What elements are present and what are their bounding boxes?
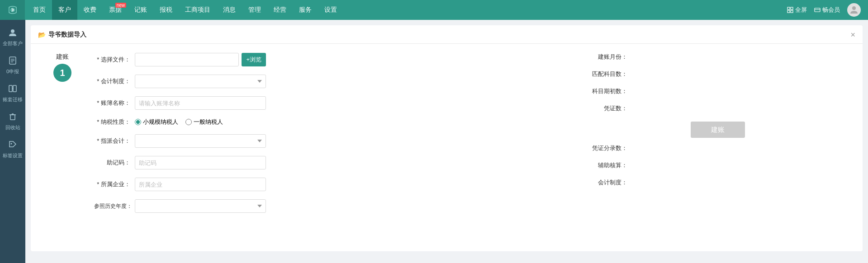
radio-small-tax-input[interactable] [135, 119, 141, 125]
step-section: 建账 1 [44, 53, 81, 82]
build-account-button[interactable]: 建账 [691, 122, 745, 138]
ledger-name-input[interactable] [135, 96, 266, 110]
sidebar-item-zero-report-label: 0申报 [6, 68, 19, 75]
nav-right: 全屏 畅会员 [787, 3, 868, 17]
step-circle: 1 [53, 64, 71, 82]
main-layout: 全部客户 0申报 账套迁移 回收站 标签设置 [0, 20, 868, 263]
info-accounting-system-row: 会计制度： [587, 178, 849, 187]
nav-item-client[interactable]: 客户 [52, 0, 77, 20]
tax-type-row: * 纳税性质： 小规模纳税人 一般纳税人 [94, 118, 266, 126]
nav-item-settings[interactable]: 设置 [318, 0, 343, 20]
svg-rect-4 [787, 10, 790, 13]
info-initial-subjects-row: 科目期初数： [587, 87, 849, 95]
company-label: * 所属企业： [94, 180, 135, 188]
nav-item-fee[interactable]: 收费 [77, 0, 103, 20]
company-row: * 所属企业： [94, 178, 266, 191]
fullscreen-btn[interactable]: 全屏 [787, 6, 807, 14]
sidebar-item-trash[interactable]: 回收站 [0, 108, 25, 136]
svg-rect-17 [10, 115, 15, 120]
file-label: * 选择文件： [94, 56, 135, 64]
dialog-header: 📂 导爷数据导入 × [31, 25, 863, 44]
user-avatar[interactable] [847, 3, 861, 17]
content-area: 📂 导爷数据导入 × 建账 1 [25, 20, 868, 263]
sidebar-item-migrate[interactable]: 账套迁移 [0, 80, 25, 108]
browse-button[interactable]: +浏览 [242, 53, 266, 66]
dialog-body: 建账 1 * 选择文件： +浏览 [31, 44, 863, 230]
nav-item-home[interactable]: 首页 [27, 0, 52, 20]
fullscreen-icon [787, 7, 793, 13]
build-btn-area: 建账 [587, 122, 849, 138]
accounting-system-row: * 会计制度： [94, 75, 266, 88]
radio-general-tax-label: 一般纳税人 [194, 118, 223, 126]
info-aux-accounting-label: 辅助核算： [587, 161, 632, 169]
company-input[interactable] [135, 178, 266, 191]
info-match-subjects-row: 匹配科目数： [587, 70, 849, 78]
history-year-label: 参照历史年度： [94, 202, 135, 210]
trash-icon [8, 112, 17, 122]
radio-general-tax-input[interactable] [185, 119, 192, 125]
ledger-name-label: * 账簿名称： [94, 99, 135, 107]
nav-item-tax[interactable]: 报税 [153, 0, 179, 20]
sidebar-item-tags-label: 标签设置 [3, 152, 23, 159]
file-input-row: +浏览 [135, 53, 266, 66]
nav-items: 首页 客户 收费 票据 new 记账 报税 工商项目 消息 管理 经营 [25, 0, 787, 20]
zero-report-icon [8, 56, 17, 66]
nav-item-business[interactable]: 工商项目 [179, 0, 217, 20]
sidebar: 全部客户 0申报 账套迁移 回收站 标签设置 [0, 20, 25, 263]
nav-item-bookkeeping[interactable]: 记账 [128, 0, 153, 20]
accounting-system-select[interactable] [135, 75, 266, 88]
svg-rect-15 [13, 85, 16, 92]
svg-point-1 [10, 8, 15, 12]
accounting-system-label: * 会计制度： [94, 77, 135, 85]
form-section: * 选择文件： +浏览 * 会计制度： [94, 53, 266, 221]
nav-item-message[interactable]: 消息 [217, 0, 242, 20]
sidebar-item-zero-report[interactable]: 0申报 [0, 52, 25, 80]
info-voucher-label: 凭证数： [587, 104, 632, 113]
memo-row: 助记码： [94, 156, 266, 169]
file-row: * 选择文件： +浏览 [94, 53, 266, 66]
accountant-label: * 指派会计： [94, 137, 135, 145]
info-voucher-entries-label: 凭证分录数： [587, 144, 632, 152]
radio-small-tax-label: 小规模纳税人 [143, 118, 178, 126]
info-initial-subjects-label: 科目期初数： [587, 87, 632, 95]
nav-item-invoice[interactable]: 票据 new [103, 0, 128, 20]
nav-item-service[interactable]: 服务 [293, 0, 318, 20]
memo-input[interactable] [135, 156, 266, 169]
radio-small-tax[interactable]: 小规模纳税人 [135, 118, 178, 126]
logo-area[interactable] [0, 0, 25, 20]
sidebar-item-tags[interactable]: 标签设置 [0, 136, 25, 164]
info-voucher-row: 凭证数： [587, 104, 849, 113]
member-icon [814, 7, 821, 13]
svg-rect-2 [787, 7, 790, 9]
member-btn[interactable]: 畅会员 [814, 6, 840, 14]
dialog-panel: 📂 导爷数据导入 × 建账 1 [31, 25, 863, 251]
radio-general-tax[interactable]: 一般纳税人 [185, 118, 223, 126]
info-voucher-entries-row: 凭证分录数： [587, 144, 849, 152]
sidebar-item-trash-label: 回收站 [5, 124, 20, 131]
sidebar-item-all-clients[interactable]: 全部客户 [0, 23, 25, 52]
history-year-row: 参照历史年度： [94, 199, 266, 213]
tax-type-label: * 纳税性质： [94, 118, 135, 126]
svg-rect-6 [815, 8, 820, 12]
svg-point-8 [852, 6, 856, 10]
user-avatar-icon [849, 5, 859, 15]
accountant-row: * 指派会计： [94, 134, 266, 148]
migrate-icon [8, 84, 17, 94]
nav-item-operation[interactable]: 经营 [267, 0, 293, 20]
info-accounting-system-label2: 会计制度： [587, 178, 632, 187]
info-month-label: 建账月份： [587, 53, 632, 61]
info-month-row: 建账月份： [587, 53, 849, 61]
tax-type-radio-group: 小规模纳税人 一般纳税人 [135, 118, 223, 126]
svg-rect-14 [9, 85, 12, 92]
svg-point-20 [11, 143, 12, 145]
sidebar-item-migrate-label: 账套迁移 [3, 96, 23, 103]
nav-item-manage[interactable]: 管理 [242, 0, 267, 20]
file-text-input[interactable] [135, 53, 239, 66]
svg-rect-5 [791, 10, 793, 13]
history-year-select[interactable] [135, 199, 266, 213]
memo-label: 助记码： [94, 159, 135, 167]
accountant-select[interactable] [135, 134, 266, 148]
svg-point-9 [11, 29, 14, 33]
dialog-title: 📂 导爷数据导入 [38, 31, 86, 39]
dialog-close-button[interactable]: × [850, 31, 855, 39]
